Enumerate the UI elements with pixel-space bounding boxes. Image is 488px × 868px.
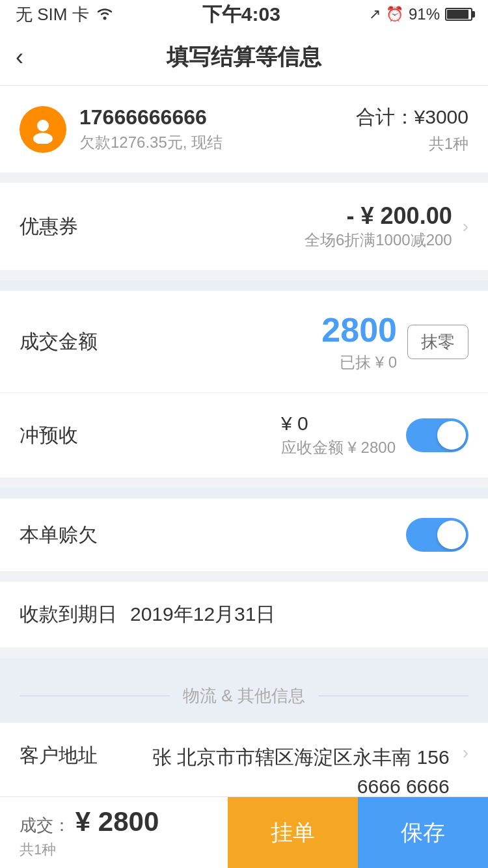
status-time: 下午4:03 [202,1,280,28]
gray-divider-3 [0,658,488,669]
svg-point-0 [103,16,106,20]
chong-value-container: ¥ 0 应收金额 ¥ 2800 [281,413,396,458]
divider-line-left [20,696,170,696]
due-date-value: 2019年12月31日 [130,601,275,628]
address-chevron-icon: › [463,742,468,763]
deal-amount-number: 2800 [321,310,397,349]
customer-phone: 17666666666 [79,105,223,129]
chong-value: ¥ 0 [281,413,396,435]
chong-sub: 应收金额 ¥ 2800 [281,437,396,458]
address-label: 客户地址 [20,742,98,769]
total-count: 共1种 [356,133,468,154]
bottom-deal-row: 成交： ¥ 2800 [20,806,208,837]
deal-amount-section: 成交金额 2800 已抹 ¥ 0 抹零 冲预收 ¥ 0 应收金额 ¥ 2800 [0,291,488,478]
battery-icon [445,8,472,21]
customer-info: 17666666666 欠款1276.35元, 现结 [79,105,223,153]
status-left: 无 SIM 卡 [16,3,114,26]
round-zero-button[interactable]: 抹零 [407,325,468,359]
due-date-row: 收款到期日 2019年12月31日 [0,582,488,648]
bendanqiaoqian-row: 本单赊欠 [0,498,488,571]
deal-amount-label: 成交金额 [20,329,98,355]
carrier-text: 无 SIM 卡 [16,3,89,26]
deal-amount-row: 成交金额 2800 已抹 ¥ 0 抹零 [0,291,488,393]
toggle-knob [437,421,466,450]
bottom-amount: ¥ 2800 [75,806,159,837]
customer-sub: 欠款1276.35元, 现结 [79,132,223,153]
svg-point-1 [37,120,49,131]
gray-divider-2 [0,488,488,498]
bottom-bar: 成交： ¥ 2800 共1种 挂单 保存 [0,796,488,868]
status-right: ↗ ⏰ 91% [369,5,472,23]
bottom-count: 共1种 [20,840,208,860]
bendanqiaoqian-section: 本单赊欠 [0,498,488,571]
deal-amount-right: 2800 已抹 ¥ 0 抹零 [321,310,468,373]
due-date-section: 收款到期日 2019年12月31日 [0,582,488,648]
content: 17666666666 欠款1276.35元, 现结 合计：¥3000 共1种 … [0,86,488,868]
chong-yushou-label: 冲预收 [20,422,78,449]
back-button[interactable]: ‹ [16,44,23,71]
coupon-section: 优惠券 - ¥ 200.00 全场6折满1000减200 › [0,183,488,270]
divider-line-right [318,696,468,696]
logistics-divider-section: 物流 & 其他信息 [0,669,488,723]
status-bar: 无 SIM 卡 下午4:03 ↗ ⏰ 91% [0,0,488,29]
customer-right: 合计：¥3000 共1种 [356,104,468,154]
gray-divider-1 [0,280,488,291]
location-icon: ↗ [369,6,381,23]
svg-point-2 [33,133,53,144]
chevron-right-icon: › [463,216,468,237]
coupon-row[interactable]: 优惠券 - ¥ 200.00 全场6折满1000减200 › [0,183,488,270]
bendanqiaoqian-right [406,518,468,552]
hold-button[interactable]: 挂单 [228,797,358,869]
alarm-icon: ⏰ [386,6,403,23]
chong-yushou-toggle[interactable] [406,418,468,452]
save-button[interactable]: 保存 [358,797,488,869]
toggle-knob-2 [437,521,466,549]
deal-amount-value-container: 2800 已抹 ¥ 0 [321,310,397,373]
coupon-label: 优惠券 [20,213,78,240]
total-amount: 合计：¥3000 [356,104,468,131]
avatar [20,106,66,153]
address-value: 张 北京市市辖区海淀区永丰南 156 6666 6666 [111,742,450,801]
coupon-discount: - ¥ 200.00 [305,202,452,230]
customer-card: 17666666666 欠款1276.35元, 现结 合计：¥3000 共1种 [0,86,488,172]
page-title: 填写结算等信息 [167,42,321,72]
bendanqiaoqian-label: 本单赊欠 [20,522,98,549]
coupon-right: - ¥ 200.00 全场6折满1000减200 › [305,202,468,251]
due-date-label: 收款到期日 [20,601,117,628]
nav-bar: ‹ 填写结算等信息 [0,29,488,86]
wifi-icon [96,5,114,25]
bottom-deal-label: 成交： [20,815,70,835]
customer-left: 17666666666 欠款1276.35元, 现结 [20,105,223,153]
battery-percent: 91% [409,5,440,23]
coupon-value-container: - ¥ 200.00 全场6折满1000减200 [305,202,452,251]
logistics-label: 物流 & 其他信息 [183,685,305,707]
bottom-summary: 成交： ¥ 2800 共1种 [0,806,228,860]
deal-erased: 已抹 ¥ 0 [321,352,397,373]
bendanqiaoqian-toggle[interactable] [406,518,468,552]
chong-yushou-row: 冲预收 ¥ 0 应收金额 ¥ 2800 [0,393,488,478]
chong-yushou-right: ¥ 0 应收金额 ¥ 2800 [281,413,468,458]
coupon-desc: 全场6折满1000减200 [305,230,452,251]
